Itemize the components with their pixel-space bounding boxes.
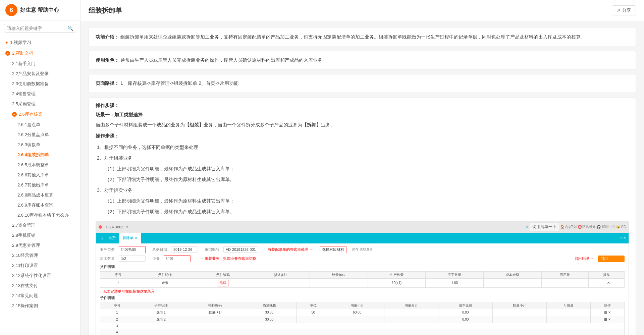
date-label: 单据日期 bbox=[152, 247, 167, 252]
lower-table-label: 子件明细 bbox=[100, 295, 625, 300]
ops-section: 操作步骤： 场景一：加工类型选择 当由多个子件材料组装成一个成品的业务为【组装】… bbox=[89, 98, 636, 335]
sub-col-sub-qty: 用量小计 bbox=[330, 302, 384, 309]
sidebar-sub-other-in[interactable]: 2.6.6其他入库单 bbox=[0, 170, 80, 180]
sidebar-sub-customize[interactable]: 2.12系统个性化设置 bbox=[0, 271, 80, 281]
sub-col-seq: 序号 bbox=[100, 302, 134, 309]
upper-table-label: 父件明细 bbox=[100, 264, 625, 269]
sidebar-sub-faq[interactable]: 2.14常见问题 bbox=[0, 291, 80, 301]
sidebar-sub-print[interactable]: 2.11打印设置 bbox=[0, 261, 80, 271]
func-intro-text: 组装拆卸单用来处理企业组装或拆卸等加工业务，支持有固定装配清单的产品加工业务，也… bbox=[120, 34, 585, 40]
action-buttons: 保存 关联查看 bbox=[352, 247, 373, 252]
path-intro-label: 页面路径： bbox=[96, 80, 119, 86]
path-intro-block: 页面路径： 1、库存核算->库存管理->组装拆卸单 2、首页->常用功能 bbox=[89, 74, 636, 93]
step-2: 2、对于组装业务 bbox=[97, 153, 629, 163]
doc-num-value[interactable]: AD-20191226-001 bbox=[223, 246, 258, 253]
code-annotated: 品码 bbox=[218, 280, 228, 286]
sidebar: 6 好生意 帮助中心 🔍 + 1.视频学习 − 2.帮助文档 2.1新手入门 2… bbox=[0, 0, 80, 335]
doc-num-label: 单据编号 bbox=[205, 247, 219, 252]
window-company: TEST-H002 bbox=[104, 225, 123, 229]
col-produce-qty: 生产数量 bbox=[368, 271, 426, 278]
assemble-keyword: 【组装】 bbox=[185, 122, 204, 127]
sidebar-item-inventory[interactable]: − 2.6库存核算 bbox=[0, 109, 80, 120]
sync-icon[interactable]: ⟳ bbox=[526, 225, 528, 229]
biz-label: 业务 bbox=[152, 256, 160, 261]
main-header: 组装拆卸单 ↗ 分享 bbox=[80, 0, 644, 21]
window-dropdown-icon[interactable]: ▼ bbox=[125, 225, 129, 229]
col-actions: 操作 bbox=[588, 271, 624, 278]
table-row: 2 属性 2 30.00 0.00 bbox=[100, 316, 625, 323]
window-controls[interactable]: − □ ✕ bbox=[618, 236, 626, 240]
sidebar-sub-ledger-query[interactable]: 2.6.9库存账本查询 bbox=[0, 200, 80, 210]
scene1-title: 场景一：加工类型选择 bbox=[96, 112, 629, 118]
sub-col-data-sub: 数量小计 bbox=[492, 302, 546, 309]
call-list-btn[interactable]: 调用清单一下 bbox=[530, 223, 559, 231]
qty-value[interactable]: 1/2 bbox=[119, 256, 146, 262]
sidebar-sub-mobile[interactable]: 2.8手机旺铺 bbox=[0, 230, 80, 240]
sub-col-spec: 描述规格 bbox=[242, 302, 296, 309]
sidebar-sub-cases[interactable]: 2.15操作案例 bbox=[0, 301, 80, 311]
role-intro-label: 使用角色： bbox=[96, 57, 119, 63]
select-material-btn[interactable]: 选择对应材料 bbox=[320, 246, 346, 253]
step-3: 3、对于拆卖业务 bbox=[97, 185, 629, 195]
lower-table: 序号 子件明细 物料编码 描述规格 单位 用量小计 用量合计 成本金额 数量小计 bbox=[100, 302, 625, 335]
sidebar-sub-finance[interactable]: 2.7资金管理 bbox=[0, 220, 80, 230]
share-button[interactable]: ↗ 分享 bbox=[612, 5, 636, 15]
path-intro-text: 1、库存核算->库存管理->组装拆卸单 2、首页->常用功能 bbox=[120, 80, 238, 86]
tab-new-order[interactable]: 新建单 ✕ bbox=[119, 233, 141, 243]
col-parent-code: 父件编码 bbox=[194, 271, 252, 278]
upper-table: 序号 父件明细 父件编码 描述备注 计量单位 生产数量 完工数量 成本金额 可用… bbox=[100, 271, 625, 288]
func-intro-block: 功能介绍： 组装拆卸单用来处理企业组装或拆卸等加工业务，支持有固定装配清单的产品… bbox=[89, 28, 636, 46]
biz-select[interactable]: 组装 bbox=[164, 255, 191, 262]
sidebar-sub-transfer[interactable]: 2.6.3调拨单 bbox=[0, 140, 80, 150]
role-intro-block: 使用角色： 通常由生产人员或库管人员完成拆装业务的操作，库管人员确认原材料的出库… bbox=[89, 51, 636, 69]
sidebar-sub-item-purchase[interactable]: 2.5采购管理 bbox=[0, 99, 80, 109]
page-title: 组装拆卸单 bbox=[89, 6, 122, 15]
col-seq: 序号 bbox=[100, 271, 136, 278]
tab-self-pay[interactable]: 自费 bbox=[105, 233, 119, 243]
annotation-3: ← 组装业务、拆卸业务在这里切换 bbox=[200, 256, 256, 261]
enable-btn[interactable]: 启用 bbox=[598, 256, 625, 262]
sidebar-sub-item-newbie[interactable]: 2.1新手入门 bbox=[0, 59, 80, 69]
inventory-minus-icon: − bbox=[12, 112, 17, 117]
sidebar-sub-item-sales[interactable]: 2.4销售管理 bbox=[0, 89, 80, 99]
screenshot-container: TEST-H002 ▼ ⟳ 调用清单一下 🏠 AppT划 ⭕ 话培维修 🎧 帮助… bbox=[96, 221, 629, 335]
sidebar-sub-cost-recalc[interactable]: 2.6.8商品成本重算 bbox=[0, 190, 80, 200]
sidebar-sub-item-install[interactable]: 2.2产品安装及登录 bbox=[0, 69, 80, 79]
step-1: 1、根据不同的业务，选择不同单据的类型来处理 bbox=[97, 143, 629, 152]
sidebar-sub-coupon[interactable]: 2.9优惠券管理 bbox=[0, 240, 80, 250]
app-logo: 6 bbox=[5, 4, 17, 16]
col-unit: 计量单位 bbox=[310, 271, 368, 278]
sidebar-sub-item-data-prep[interactable]: 2.3使用前数据准备 bbox=[0, 79, 80, 89]
sidebar-sub-partial-stocktake[interactable]: 2.6.2分量盘点单 bbox=[0, 130, 80, 140]
biz-type-value[interactable]: 组装拆卸 bbox=[119, 246, 146, 253]
date-value[interactable]: 2019-12-26 bbox=[171, 246, 198, 253]
role-intro-text: 通常由生产人员或库管人员完成拆装业务的操作，库管人员确认原材料的出库和产成品的入… bbox=[120, 57, 322, 63]
sidebar-sub-assembly[interactable]: 2.6.4组装拆卸单 bbox=[0, 150, 80, 160]
col-desc: 描述备注 bbox=[252, 271, 310, 278]
content-area: 功能介绍： 组装拆卸单用来处理企业组装或拆卸等加工业务，支持有固定装配清单的产品… bbox=[80, 21, 644, 335]
annotation-5: ↑ 无固定清单可在组装在这里录入 bbox=[100, 289, 625, 294]
step-2-2: （2）下部明细为子件明细，最终作为原材料生成其它出库单。 bbox=[97, 175, 629, 184]
sidebar-sub-other-out[interactable]: 2.6.7其他出库单 bbox=[0, 180, 80, 190]
search-icon[interactable]: 🔍 bbox=[67, 25, 73, 31]
app-title: 好生意 帮助中心 bbox=[20, 7, 59, 14]
sub-col-cost: 成本金额 bbox=[438, 302, 492, 309]
disassemble-keyword: 【拆卸】 bbox=[302, 122, 321, 127]
sidebar-item-video[interactable]: + 1.视频学习 bbox=[0, 37, 80, 48]
step-3-2: （2）下部明细为子件明细，最终作为产成品生成其它入库单。 bbox=[97, 207, 629, 216]
close-icon[interactable] bbox=[99, 225, 102, 229]
sidebar-sub-payment[interactable]: 2.13在线支付 bbox=[0, 281, 80, 291]
sidebar-item-docs[interactable]: − 2.帮助文档 bbox=[0, 48, 80, 59]
search-box[interactable]: 🔍 bbox=[4, 24, 76, 33]
app-icons: 🏠 AppT划 ⭕ 话培维修 🎧 帮助中心 🐱 CC bbox=[560, 225, 626, 229]
sub-col-total-qty: 用量合计 bbox=[384, 302, 438, 309]
sub-col-unit: 单位 bbox=[296, 302, 330, 309]
sidebar-sub-management[interactable]: 2.10经营管理 bbox=[0, 250, 80, 261]
home-icon[interactable]: ⌂ bbox=[99, 236, 105, 240]
sidebar-sub-cost-adjust[interactable]: 2.6.5成本调整单 bbox=[0, 160, 80, 170]
steps-list: 1、根据不同的业务，选择不同单据的类型来处理 2、对于组装业务 （1）上部明细为… bbox=[96, 143, 629, 216]
sidebar-sub-ledger-fix[interactable]: 2.6.10库存账本错了怎么办 bbox=[0, 210, 80, 220]
col-avail: 可用量 bbox=[541, 271, 588, 278]
sidebar-sub-stocktake[interactable]: 2.6.1盘点单 bbox=[0, 120, 80, 130]
search-input[interactable] bbox=[7, 26, 67, 31]
